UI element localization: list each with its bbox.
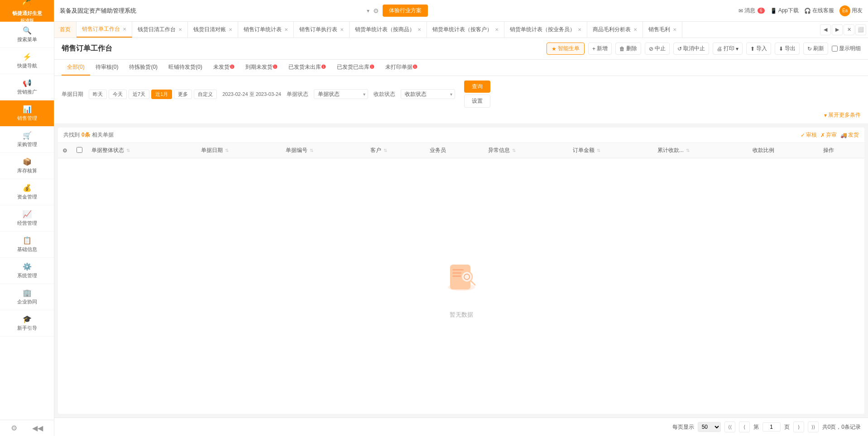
subtab-not-shipped[interactable]: 未发货❶ xyxy=(208,60,240,76)
tab-sales-workbench[interactable]: 销售订单工作台 ✕ xyxy=(77,22,132,38)
payment-select[interactable]: 收款状态 xyxy=(401,89,455,99)
page-number-input[interactable] xyxy=(762,422,781,431)
sort-icon[interactable]: ⇅ xyxy=(225,148,229,153)
th-bill-no: 单据编号 ⇅ xyxy=(281,143,366,158)
sidebar-item-quick-nav[interactable]: ⚡ 快捷导航 xyxy=(0,48,54,74)
tab-close-icon[interactable]: ✕ xyxy=(340,27,344,32)
dropdown-arrow-icon[interactable]: ▾ xyxy=(367,8,369,14)
tab-gross-profit[interactable]: 商品毛利分析表 ✕ xyxy=(587,22,643,38)
sort-icon[interactable]: ⇅ xyxy=(686,148,690,153)
query-btn[interactable]: 查询 xyxy=(464,81,490,93)
industry-btn[interactable]: 体验行业方案 xyxy=(383,5,428,17)
sidebar-item-inventory[interactable]: 📦 库存核算 xyxy=(0,153,54,179)
date-yesterday-btn[interactable]: 昨天 xyxy=(89,90,107,99)
add-btn[interactable]: + 新增 xyxy=(588,43,612,55)
sidebar-item-search[interactable]: 🔍 搜索菜单 xyxy=(0,22,54,48)
sidebar-item-guide[interactable]: 🎓 新手引导 xyxy=(0,310,54,336)
unaudit-action-btn[interactable]: ✗ 弃审 xyxy=(820,131,837,139)
collapse-icon[interactable]: ◀◀ xyxy=(32,424,43,432)
date-7days-btn[interactable]: 近7天 xyxy=(129,90,149,99)
subtab-wangpu-ship[interactable]: 旺铺待发货(0) xyxy=(163,60,208,76)
tab-close-icon[interactable]: ✕ xyxy=(578,27,581,32)
subtab-pending-audit[interactable]: 待审核(0) xyxy=(90,60,124,76)
tab-scroll-right-btn[interactable]: ▶ xyxy=(832,24,843,35)
tab-cash-reconcile[interactable]: 钱货日清对账 ✕ xyxy=(188,22,238,38)
tab-sales-summary-customer[interactable]: 销货单统计表（按客户） ✕ xyxy=(427,22,504,38)
sort-icon[interactable]: ⇅ xyxy=(597,148,600,153)
message-btn[interactable]: ✉ 消息 6 xyxy=(739,7,765,14)
expand-filter-btn[interactable]: ▾ 展开更多条件 xyxy=(824,111,861,119)
page-last-btn[interactable]: ⟩⟩ xyxy=(808,422,819,432)
stop-btn[interactable]: ⊘ 中止 xyxy=(645,43,670,55)
tab-close-icon[interactable]: ✕ xyxy=(123,27,126,32)
sidebar-item-enterprise[interactable]: 🏢 企业协同 xyxy=(0,284,54,310)
subtab-all[interactable]: 全部(0) xyxy=(62,60,90,76)
tab-cash-daily[interactable]: 钱货日清工作台 ✕ xyxy=(132,22,188,38)
audit-action-btn[interactable]: ✓ 审核 xyxy=(801,131,817,139)
subtab-not-printed[interactable]: 未打印单据❶ xyxy=(380,60,423,76)
table-area: 共找到 0条 相关单据 ✓ 审核 ✗ 弃审 🚚 发货 xyxy=(58,128,864,414)
tab-close-icon[interactable]: ✕ xyxy=(178,27,182,32)
tab-close-all-btn[interactable]: ✕ xyxy=(844,24,854,35)
clipboard-icon: 📋 xyxy=(23,236,32,245)
settings-icon[interactable]: ⚙ xyxy=(373,7,379,14)
sidebar-item-operation[interactable]: 📈 经营管理 xyxy=(0,205,54,232)
sidebar-item-finance[interactable]: 💰 资金管理 xyxy=(0,179,54,205)
select-all-checkbox[interactable] xyxy=(77,147,82,153)
subtab-shipped-out[interactable]: 已发货已出库❶ xyxy=(331,60,380,76)
delete-btn[interactable]: 🗑 删除 xyxy=(615,43,641,55)
page-prev-btn[interactable]: ⟨ xyxy=(739,422,750,432)
tab-home[interactable]: 首页 xyxy=(54,22,77,38)
smart-generate-btn[interactable]: ★ 智能生单 xyxy=(547,43,585,55)
subtab-pending-check[interactable]: 待拣验货(0) xyxy=(124,60,163,76)
tab-close-icon[interactable]: ✕ xyxy=(417,27,421,32)
export-btn[interactable]: ⬇ 导出 xyxy=(775,43,800,55)
sidebar-item-system[interactable]: ⚙️ 系统管理 xyxy=(0,258,54,284)
sort-icon[interactable]: ⇅ xyxy=(384,148,387,153)
tab-close-icon[interactable]: ✕ xyxy=(673,27,676,32)
sort-icon[interactable]: ⇅ xyxy=(126,148,130,153)
sidebar-item-marketing[interactable]: 📢 营销推广 xyxy=(0,74,54,100)
tab-close-icon[interactable]: ✕ xyxy=(633,27,637,32)
status-select[interactable]: 单据状态 xyxy=(314,89,368,99)
app-download-btn[interactable]: 📱 App下载 xyxy=(770,7,799,14)
tab-sales-profit[interactable]: 销售毛利 ✕ xyxy=(643,22,682,38)
subtab-shipped-not-out[interactable]: 已发货未出库❶ xyxy=(283,60,331,76)
tab-sales-exec[interactable]: 销售订单执行表 ✕ xyxy=(294,22,350,38)
tab-sales-stat[interactable]: 销售订单统计表 ✕ xyxy=(238,22,294,38)
tab-scroll-left-btn[interactable]: ◀ xyxy=(820,24,831,35)
settings-icon[interactable]: ⚙ xyxy=(11,424,17,432)
th-settings[interactable]: ⚙ xyxy=(58,143,72,158)
online-service-btn[interactable]: 🎧 在线客服 xyxy=(804,7,834,14)
date-more-btn[interactable]: 更多 xyxy=(174,90,192,99)
date-today-btn[interactable]: 今天 xyxy=(109,90,127,99)
tab-close-icon[interactable]: ✕ xyxy=(229,27,232,32)
ship-action-btn[interactable]: 🚚 发货 xyxy=(840,131,859,139)
tab-sales-summary-product[interactable]: 销货单统计表（按商品） ✕ xyxy=(350,22,427,38)
sort-icon[interactable]: ⇅ xyxy=(310,148,313,153)
print-btn[interactable]: 🖨 打印 ▾ xyxy=(713,43,743,55)
sidebar-item-base[interactable]: 📋 基础信息 xyxy=(0,232,54,258)
tab-close-icon[interactable]: ✕ xyxy=(495,27,499,32)
user-btn[interactable]: Ea 用友 xyxy=(839,5,863,16)
page-first-btn[interactable]: ⟨⟨ xyxy=(724,422,735,432)
date-custom-btn[interactable]: 自定义 xyxy=(194,90,217,99)
show-detail-input[interactable] xyxy=(832,46,838,52)
sidebar-item-label: 采购管理 xyxy=(17,141,37,148)
th-checkbox[interactable] xyxy=(72,143,87,158)
tab-close-icon[interactable]: ✕ xyxy=(284,27,288,32)
page-next-btn[interactable]: ⟩ xyxy=(793,422,804,432)
sidebar-item-purchase[interactable]: 🛒 采购管理 xyxy=(0,127,54,153)
show-detail-checkbox[interactable]: 显示明细 xyxy=(832,45,861,52)
subtab-expired-ship[interactable]: 到期未发货❶ xyxy=(240,60,283,76)
refresh-btn[interactable]: ↻ 刷新 xyxy=(803,43,828,55)
date-1month-btn[interactable]: 近1月 xyxy=(151,90,172,99)
tab-maximize-btn[interactable]: ⬜ xyxy=(855,24,866,35)
cancel-stop-btn[interactable]: ↺ 取消中止 xyxy=(673,43,709,55)
sort-icon[interactable]: ⇅ xyxy=(512,148,516,153)
per-page-select[interactable]: 10 20 50 100 xyxy=(698,422,721,432)
sidebar-item-sales[interactable]: 📊 销售管理 xyxy=(0,100,54,127)
import-btn[interactable]: ⬆ 导入 xyxy=(746,43,771,55)
tab-sales-summary-staff[interactable]: 销货单统计表（按业务员） ✕ xyxy=(504,22,587,38)
settings-filter-btn[interactable]: 设置 xyxy=(464,95,490,108)
